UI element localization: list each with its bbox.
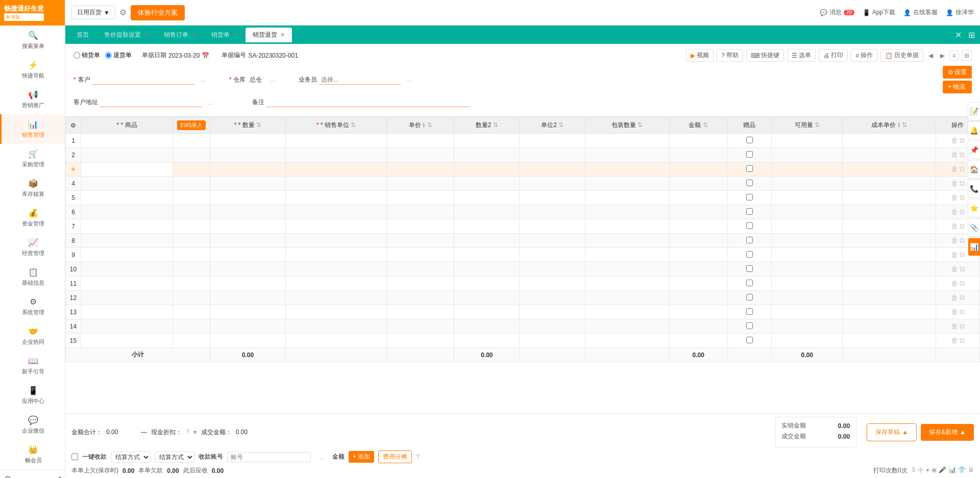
fee-split-button[interactable]: 费用分摊 bbox=[378, 450, 412, 463]
tab-sales-delivery[interactable]: 销货单 ✕ bbox=[204, 28, 244, 42]
save-draft-button[interactable]: 保存草稿 ▲ bbox=[867, 423, 917, 441]
sort-icon[interactable]: ⇅ bbox=[558, 121, 564, 129]
settlement-select[interactable]: 结算方式 bbox=[111, 451, 151, 463]
col-header-gear[interactable]: ⚙ bbox=[66, 117, 81, 134]
side-home-btn[interactable]: 🏠 bbox=[968, 160, 980, 179]
account-input[interactable] bbox=[227, 452, 311, 462]
sort-icon[interactable]: ⇅ bbox=[815, 121, 820, 129]
product-cell-8[interactable] bbox=[81, 234, 173, 248]
view-grid-icon[interactable]: ⊞ bbox=[962, 51, 972, 61]
account-picker-btn[interactable]: ... bbox=[315, 452, 328, 462]
gift-checkbox-4[interactable] bbox=[746, 180, 753, 186]
add-payment-button[interactable]: + 添加 bbox=[349, 451, 374, 463]
sidebar-item-basic-info[interactable]: 📋 基础信息 bbox=[0, 262, 65, 292]
product-cell-11[interactable] bbox=[81, 276, 173, 291]
expand-tabs-icon[interactable]: ⊞ bbox=[968, 30, 975, 40]
copy-row-btn-1[interactable]: ⧉ bbox=[960, 136, 965, 145]
gift-cell-15[interactable] bbox=[727, 334, 771, 348]
settings-btn[interactable]: ⚙ 设置 bbox=[943, 66, 972, 79]
copy-row-btn-14[interactable]: ⧉ bbox=[960, 322, 965, 331]
sort-icon[interactable]: ⇅ bbox=[493, 121, 498, 129]
tab-sales-order-close[interactable]: ✕ bbox=[191, 32, 196, 38]
delete-row-btn-1[interactable]: 🗑 bbox=[951, 136, 958, 144]
industry-selector[interactable]: 日用百货 ▼ bbox=[71, 6, 115, 19]
sort-icon[interactable]: ⇅ bbox=[638, 121, 643, 129]
copy-row-btn-2[interactable]: ⧉ bbox=[960, 150, 965, 159]
gift-cell-9[interactable] bbox=[727, 248, 771, 262]
side-notifications-btn[interactable]: 🔔 bbox=[968, 121, 980, 140]
help-btn[interactable]: ? 帮助 bbox=[717, 49, 743, 62]
delete-row-btn-14[interactable]: 🗑 bbox=[951, 322, 958, 330]
delete-row-btn-10[interactable]: 🗑 bbox=[951, 265, 958, 273]
select-btn[interactable]: ☰ 选单 bbox=[787, 49, 816, 62]
copy-row-btn-8[interactable]: ⧉ bbox=[960, 236, 965, 245]
shortcut-btn[interactable]: ⌨ 快捷键 bbox=[746, 49, 784, 62]
gift-cell-8[interactable] bbox=[727, 234, 771, 248]
product-cell-13[interactable] bbox=[81, 305, 173, 319]
copy-row-btn-4[interactable]: ⧉ bbox=[960, 179, 965, 188]
sidebar-item-marketing[interactable]: 📢 营销推广 bbox=[0, 85, 65, 114]
tab-home[interactable]: 首页 bbox=[69, 28, 96, 42]
add-row-icon[interactable]: + bbox=[71, 165, 76, 173]
tab-sales-order[interactable]: 销售订单 ✕ bbox=[157, 28, 203, 42]
gift-cell-13[interactable] bbox=[727, 305, 771, 319]
gift-cell-2[interactable] bbox=[727, 148, 771, 162]
tab-sales-return-close[interactable]: ✕ bbox=[280, 32, 285, 38]
gift-checkbox-9[interactable] bbox=[746, 251, 753, 258]
product-cell-5[interactable] bbox=[81, 191, 173, 205]
logistics-btn[interactable]: + 物流 bbox=[943, 81, 972, 93]
copy-row-btn-11[interactable]: ⧉ bbox=[960, 279, 965, 288]
sidebar-item-member[interactable]: 👑 畅会员 bbox=[0, 440, 65, 469]
sidebar-item-apps[interactable]: 📱 应用中心 bbox=[0, 381, 65, 410]
copy-row-btn-13[interactable]: ⧉ bbox=[960, 308, 965, 316]
fee-help-icon[interactable]: ? bbox=[416, 454, 420, 461]
gift-cell-12[interactable] bbox=[727, 291, 771, 305]
gift-cell-14[interactable] bbox=[727, 319, 771, 334]
info-icon[interactable]: ℹ bbox=[898, 121, 900, 129]
experience-button[interactable]: 体验行业方案 bbox=[131, 5, 185, 20]
customer-input[interactable] bbox=[92, 75, 194, 85]
collapse-icon[interactable]: ◀ bbox=[55, 474, 61, 478]
info-icon[interactable]: ℹ bbox=[423, 121, 425, 129]
copy-row-btn-7[interactable]: ⧉ bbox=[960, 222, 965, 231]
salesperson-picker-btn[interactable]: ... bbox=[403, 75, 416, 84]
side-star-btn[interactable]: ⭐ bbox=[968, 199, 980, 217]
delete-row-btn-4[interactable]: 🗑 bbox=[951, 179, 958, 187]
copy-row-btn-12[interactable]: ⧉ bbox=[960, 293, 965, 302]
radio-return-input[interactable] bbox=[105, 52, 112, 59]
product-cell-9[interactable] bbox=[81, 248, 173, 262]
product-cell-10[interactable] bbox=[81, 262, 173, 276]
product-input[interactable] bbox=[84, 166, 169, 173]
copy-row-btn-6[interactable]: ⧉ bbox=[960, 208, 965, 216]
gift-cell-11[interactable] bbox=[727, 276, 771, 291]
sort-icon[interactable]: ⇅ bbox=[351, 121, 356, 129]
product-cell-1[interactable] bbox=[81, 134, 173, 148]
gift-checkbox-11[interactable] bbox=[746, 280, 753, 286]
side-attachment-btn[interactable]: 📎 bbox=[968, 218, 980, 237]
tab-sales-return[interactable]: 销货退货 ✕ bbox=[246, 28, 292, 42]
save-new-button[interactable]: 保存&新增 ▲ bbox=[921, 424, 974, 441]
customer-picker-btn[interactable]: ... bbox=[197, 75, 210, 84]
app-download-item[interactable]: 📱 App下载 bbox=[863, 8, 895, 17]
message-item[interactable]: 💬 消息 70 bbox=[820, 8, 854, 17]
sidebar-item-system[interactable]: ⚙ 系统管理 bbox=[0, 292, 65, 321]
gift-checkbox-12[interactable] bbox=[746, 294, 753, 300]
sidebar-item-operations[interactable]: 📈 经营管理 bbox=[0, 233, 65, 262]
gift-cell-3[interactable] bbox=[727, 162, 771, 177]
sidebar-item-search[interactable]: 🔍 搜索菜单 bbox=[0, 26, 65, 55]
history-btn[interactable]: 📋 历史单据 bbox=[880, 49, 923, 62]
sort-icon[interactable]: ⇅ bbox=[256, 121, 261, 129]
scan-button[interactable]: 扫码录入 bbox=[177, 120, 206, 130]
radio-return[interactable]: 退货单 bbox=[105, 51, 132, 60]
operation-btn[interactable]: ≡ 操作 bbox=[851, 49, 877, 62]
calendar-icon[interactable]: 📅 bbox=[202, 52, 209, 59]
delete-row-btn-15[interactable]: 🗑 bbox=[951, 336, 958, 344]
gift-checkbox-8[interactable] bbox=[746, 237, 753, 243]
prev-record-icon[interactable]: ◀ bbox=[926, 51, 935, 60]
delete-row-btn-3[interactable]: 🗑 bbox=[951, 165, 958, 173]
product-cell-12[interactable] bbox=[81, 291, 173, 305]
sidebar-item-enterprise[interactable]: 🤝 企业协同 bbox=[0, 321, 65, 351]
gift-cell-1[interactable] bbox=[727, 134, 771, 148]
product-cell-14[interactable] bbox=[81, 319, 173, 334]
gift-checkbox-3[interactable] bbox=[746, 165, 753, 172]
